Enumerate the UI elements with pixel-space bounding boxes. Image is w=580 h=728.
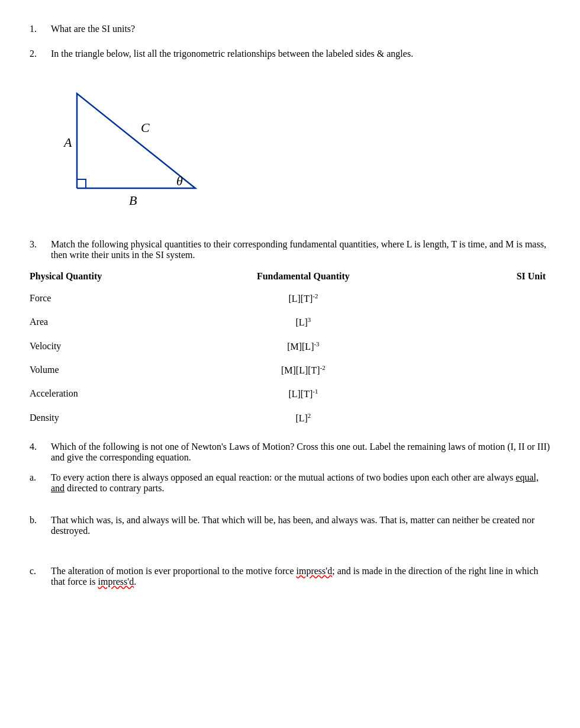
sub-c-text-after: .	[134, 576, 136, 587]
right-angle-mark	[77, 179, 86, 188]
col-physical: Physical Quantity	[30, 270, 201, 286]
table-header-row: Physical Quantity Fundamental Quantity S…	[30, 270, 550, 286]
sub-a-text-after: directed to contrary parts.	[65, 483, 164, 493]
sub-b-label: b.	[30, 515, 51, 536]
table-row: Velocity [M][L]-3	[30, 334, 550, 358]
subquestion-c: c. The alteration of motion is ever prop…	[30, 566, 550, 587]
question-4: 4. Which of the following is not one of …	[30, 442, 550, 463]
table-row: Density [L]2	[30, 406, 550, 430]
sub-a-label: a.	[30, 472, 51, 494]
q3-number: 3.	[30, 239, 51, 260]
question-2: 2. In the triangle below, list all the t…	[30, 49, 550, 225]
col-fundamental: Fundamental Quantity	[201, 270, 410, 286]
fundamental-density: [L]2	[201, 406, 410, 430]
subquestion-b: b. That which was, is, and always will b…	[30, 515, 550, 536]
physical-density: Density	[30, 406, 201, 430]
q3-intro: Match the following physical quantities …	[51, 239, 550, 260]
physical-volume: Volume	[30, 358, 201, 382]
siunit-volume	[410, 358, 550, 382]
label-theta: θ	[176, 173, 183, 188]
fundamental-velocity: [M][L]-3	[201, 334, 410, 358]
table-row: Force [L][T]-2	[30, 286, 550, 310]
sub-a-text-before: To every action there is always opposed …	[51, 472, 515, 482]
sub-c-content: The alteration of motion is ever proport…	[51, 566, 550, 587]
label-a: A	[63, 135, 72, 150]
physical-acceleration: Acceleration	[30, 382, 201, 405]
q1-number: 1.	[30, 24, 51, 34]
label-c: C	[141, 120, 150, 135]
table-row: Acceleration [L][T]-1	[30, 382, 550, 405]
siunit-velocity	[410, 334, 550, 358]
sub-a-content: To every action there is always opposed …	[51, 472, 550, 494]
q4-text: Which of the following is not one of New…	[51, 442, 550, 462]
question-1: 1. What are the SI units?	[30, 24, 550, 34]
sub-c-label: c.	[30, 566, 51, 587]
sub-c-wavy2: impress'd	[98, 576, 134, 587]
triangle-svg: A B C θ	[41, 70, 231, 212]
q2-content: In the triangle below, list all the trig…	[51, 49, 550, 59]
fundamental-volume: [M][L][T]-2	[201, 358, 410, 382]
physical-force: Force	[30, 286, 201, 310]
q2-number: 2.	[30, 49, 51, 59]
table-row: Volume [M][L][T]-2	[30, 358, 550, 382]
physical-velocity: Velocity	[30, 334, 201, 358]
siunit-acceleration	[410, 382, 550, 405]
sub-c-wavy1: impress'd	[297, 566, 333, 576]
sub-b-text: That which was, is, and always will be. …	[51, 515, 534, 536]
q1-text: What are the SI units?	[51, 24, 135, 34]
physical-area: Area	[30, 310, 201, 334]
col-siunit: SI Unit	[410, 270, 550, 286]
sub-c-text-before: The alteration of motion is ever proport…	[51, 566, 297, 576]
fundamental-area: [L]3	[201, 310, 410, 334]
sub-b-content: That which was, is, and always will be. …	[51, 515, 550, 536]
siunit-density	[410, 406, 550, 430]
siunit-force	[410, 286, 550, 310]
fundamental-acceleration: [L][T]-1	[201, 382, 410, 405]
q2-text: In the triangle below, list all the trig…	[51, 49, 413, 59]
q4-content: Which of the following is not one of New…	[51, 442, 550, 463]
table-row: Area [L]3	[30, 310, 550, 334]
label-b: B	[129, 193, 137, 208]
match-table: Physical Quantity Fundamental Quantity S…	[30, 270, 550, 430]
question-3: 3. Match the following physical quantiti…	[30, 239, 550, 430]
triangle-diagram: A B C θ	[41, 70, 550, 214]
subquestion-a: a. To every action there is always oppos…	[30, 472, 550, 494]
q1-content: What are the SI units?	[51, 24, 550, 34]
q4-number: 4.	[30, 442, 51, 463]
fundamental-force: [L][T]-2	[201, 286, 410, 310]
siunit-area	[410, 310, 550, 334]
q3-text: Match the following physical quantities …	[51, 239, 546, 260]
